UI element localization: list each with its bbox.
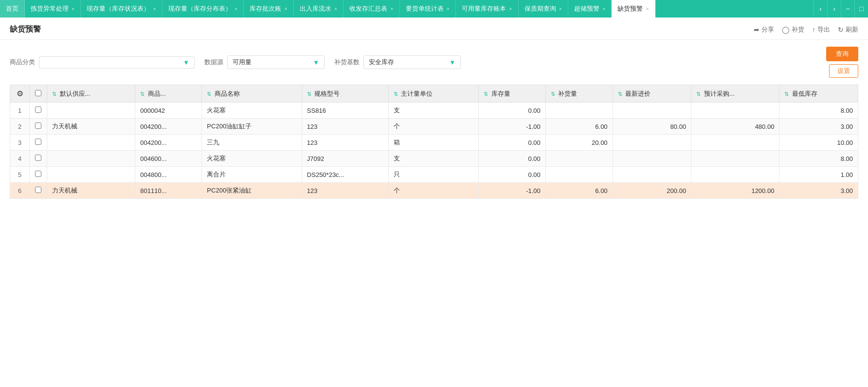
col-header-replenish[interactable]: ⇅ 补货量 xyxy=(545,85,613,103)
row-replenish xyxy=(545,167,613,183)
page-title: 缺货预警 xyxy=(10,24,41,35)
replenish-base-select[interactable]: 安全库存 ▼ xyxy=(363,55,461,69)
tab-batch[interactable]: 库存批次账 × xyxy=(244,0,293,18)
col-header-est-purchase[interactable]: ⇅ 预计采购... xyxy=(691,85,779,103)
header-actions: ➦ 分享 ◯ 补货 ↑ 导出 ↻ 刷新 xyxy=(754,25,858,34)
sort-icon-name: ⇅ xyxy=(207,91,211,97)
tab-abnormal[interactable]: 拣货异常处理 × xyxy=(25,0,81,18)
datasource-dropdown-icon: ▼ xyxy=(313,59,319,66)
tab-close-collect[interactable]: × xyxy=(390,6,393,12)
tab-close-shortage[interactable]: × xyxy=(646,6,649,12)
row-latest-price xyxy=(613,135,691,151)
filter-actions: 查询 设置 xyxy=(826,47,858,78)
row-checkbox[interactable] xyxy=(35,106,41,113)
col-header-spec[interactable]: ⇅ 规格型号 xyxy=(302,85,388,103)
tab-close-stock-dist[interactable]: × xyxy=(235,6,237,12)
row-supplier: 力天机械 xyxy=(47,183,135,199)
row-est-purchase: 1200.00 xyxy=(691,183,779,199)
col-header-check[interactable] xyxy=(30,85,47,103)
tab-home[interactable]: 首页 xyxy=(0,0,25,18)
row-replenish: 6.00 xyxy=(545,119,613,135)
col-header-latest-price[interactable]: ⇅ 最新进价 xyxy=(613,85,691,103)
col-header-settings[interactable]: ⚙ xyxy=(10,85,30,103)
tab-close-available[interactable]: × xyxy=(509,6,512,12)
row-latest-price: 200.00 xyxy=(613,183,691,199)
row-code: 004800... xyxy=(135,167,202,183)
category-dropdown-icon: ▼ xyxy=(183,59,189,66)
tab-prev-button[interactable]: ‹ xyxy=(814,0,827,18)
row-checkbox[interactable] xyxy=(35,123,41,129)
tab-stock-status[interactable]: 现存量（库存状况表） × xyxy=(81,0,162,18)
settings-button[interactable]: 设置 xyxy=(829,64,858,78)
tab-close-requisition[interactable]: × xyxy=(447,6,450,12)
tab-next-button[interactable]: › xyxy=(827,0,841,18)
refresh-button[interactable]: ↻ 刷新 xyxy=(838,25,858,34)
row-check-cell[interactable] xyxy=(30,119,47,135)
row-stock: 0.00 xyxy=(478,103,545,119)
sort-icon-replenish: ⇅ xyxy=(551,91,555,97)
row-est-purchase xyxy=(691,167,779,183)
col-header-stock[interactable]: ⇅ 库存量 xyxy=(478,85,545,103)
row-name: PC200张紧油缸 xyxy=(202,183,302,199)
gear-icon[interactable]: ⚙ xyxy=(17,89,23,98)
table-header-row: ⚙ ⇅ 默认供应... ⇅ 商品... ⇅ 商品名称 xyxy=(10,85,858,103)
tab-minimize-button[interactable]: − xyxy=(841,0,854,18)
row-check-cell[interactable] xyxy=(30,183,47,199)
row-min-stock: 8.00 xyxy=(779,151,858,167)
export-button[interactable]: ↑ 导出 xyxy=(812,25,830,34)
sort-icon-latest-price: ⇅ xyxy=(618,91,622,97)
row-check-cell[interactable] xyxy=(30,167,47,183)
row-check-cell[interactable] xyxy=(30,151,47,167)
tab-inout[interactable]: 出入库流水 × xyxy=(294,0,344,18)
tab-expiry[interactable]: 保质期查询 × xyxy=(519,0,568,18)
replenish-button[interactable]: ◯ 补货 xyxy=(782,25,804,34)
tab-stock-dist[interactable]: 现存量（库存分布表） × xyxy=(163,0,244,18)
tab-maximize-button[interactable]: □ xyxy=(854,0,868,18)
row-min-stock: 3.00 xyxy=(779,119,858,135)
tab-available[interactable]: 可用量库存账本 × xyxy=(456,0,518,18)
row-spec: 123 xyxy=(302,183,388,199)
page-header: 缺货预警 ➦ 分享 ◯ 补货 ↑ 导出 ↻ 刷新 xyxy=(0,18,868,40)
filter-bar: 商品分类 ▼ 数据源 可用量 ▼ 补货基数 安全库存 ▼ 查询 设置 xyxy=(0,40,868,85)
row-latest-price: 80.00 xyxy=(613,119,691,135)
replenish-base-filter-group: 补货基数 安全库存 ▼ xyxy=(334,55,461,69)
tab-close-inout[interactable]: × xyxy=(334,6,337,12)
tab-shortage[interactable]: 缺货预警 × xyxy=(612,0,655,18)
data-table: ⚙ ⇅ 默认供应... ⇅ 商品... ⇅ 商品名称 xyxy=(10,85,858,199)
row-checkbox[interactable] xyxy=(35,139,41,145)
row-unit: 个 xyxy=(388,183,478,199)
row-check-cell[interactable] xyxy=(30,103,47,119)
row-replenish: 6.00 xyxy=(545,183,613,199)
tab-close-overstock[interactable]: × xyxy=(602,6,605,12)
tab-close-stock-status[interactable]: × xyxy=(153,6,156,12)
row-spec: 123 xyxy=(302,135,388,151)
row-spec: SS816 xyxy=(302,103,388,119)
replenish-base-dropdown-icon: ▼ xyxy=(449,59,455,66)
tab-requisition[interactable]: 要货单统计表 × xyxy=(400,0,456,18)
table-row: 6 力天机械 801110... PC200张紧油缸 123 个 -1.00 6… xyxy=(10,183,858,199)
tab-overstock[interactable]: 超储预警 × xyxy=(568,0,612,18)
datasource-select[interactable]: 可用量 ▼ xyxy=(227,55,325,69)
col-header-code[interactable]: ⇅ 商品... xyxy=(135,85,202,103)
row-name: 火花塞 xyxy=(202,151,302,167)
row-checkbox[interactable] xyxy=(35,155,41,161)
query-button[interactable]: 查询 xyxy=(826,47,858,61)
table-container: ⚙ ⇅ 默认供应... ⇅ 商品... ⇅ 商品名称 xyxy=(0,85,868,199)
tab-close-batch[interactable]: × xyxy=(284,6,287,12)
col-header-min-stock[interactable]: ⇅ 最低库存 xyxy=(779,85,858,103)
col-header-unit[interactable]: ⇅ 主计量单位 xyxy=(388,85,478,103)
tab-close-abnormal[interactable]: × xyxy=(72,6,74,12)
category-select[interactable]: ▼ xyxy=(39,56,195,69)
row-check-cell[interactable] xyxy=(30,135,47,151)
row-checkbox[interactable] xyxy=(35,187,41,193)
tab-collect[interactable]: 收发存汇总表 × xyxy=(344,0,399,18)
sort-icon-min-stock: ⇅ xyxy=(784,91,789,97)
col-header-name[interactable]: ⇅ 商品名称 xyxy=(202,85,302,103)
export-icon: ↑ xyxy=(812,26,815,34)
row-min-stock: 3.00 xyxy=(779,183,858,199)
col-header-supplier[interactable]: ⇅ 默认供应... xyxy=(47,85,135,103)
row-checkbox[interactable] xyxy=(35,171,41,177)
select-all-checkbox[interactable] xyxy=(35,90,41,96)
tab-close-expiry[interactable]: × xyxy=(559,6,562,12)
share-button[interactable]: ➦ 分享 xyxy=(754,25,774,34)
